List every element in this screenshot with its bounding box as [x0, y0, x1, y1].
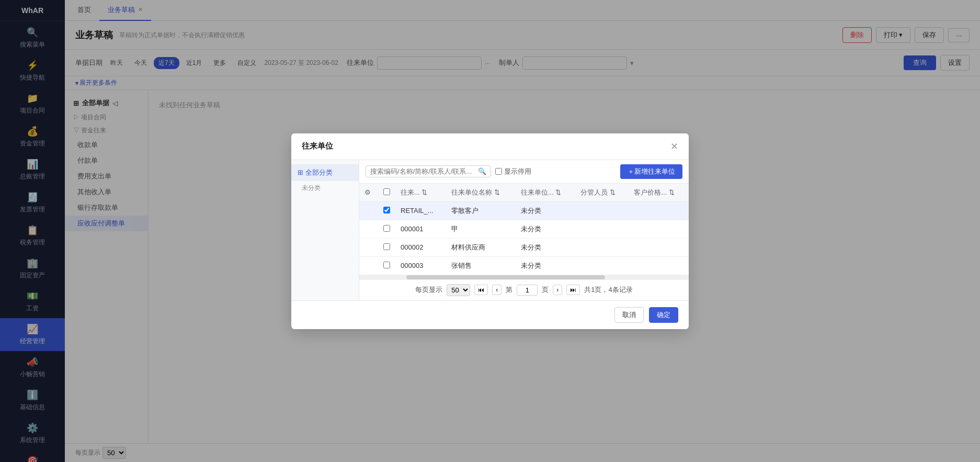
row-price-4	[629, 256, 689, 275]
row-check-4[interactable]	[378, 256, 395, 275]
row-name-2: 甲	[446, 220, 516, 238]
row-check-3[interactable]	[378, 238, 395, 256]
row-manager-2	[575, 220, 629, 238]
row-name-4: 张销售	[446, 256, 516, 275]
table-row[interactable]: 000002 材料供应商 未分类	[359, 238, 689, 256]
row-code-4: 000003	[395, 256, 446, 275]
row-checkbox-2[interactable]	[383, 225, 390, 232]
th-name-label: 往来单位名称	[451, 188, 492, 196]
grid-small-icon: ⊞	[298, 168, 303, 176]
th-code[interactable]: 往来... ⇅	[395, 184, 446, 202]
row-checkbox-3[interactable]	[383, 243, 390, 250]
dialog-footer: 取消 确定	[291, 300, 689, 329]
row-settings-3	[359, 238, 378, 256]
dialog-header: 往来单位 ✕	[291, 133, 689, 160]
prev-page-btn[interactable]: ‹	[492, 285, 502, 295]
add-partner-button[interactable]: ＋新增往来单位	[620, 164, 682, 179]
total-info: 共1页，4条记录	[584, 285, 632, 295]
scrollbar-thumb[interactable]	[406, 275, 605, 279]
sort-icon: ⇅	[421, 188, 427, 196]
first-page-btn[interactable]: ⏮	[474, 285, 488, 295]
dialog-toolbar: 🔍 显示停用 ＋新增往来单位	[359, 160, 689, 184]
row-settings-2	[359, 220, 378, 238]
dialog-overlay: 往来单位 ✕ ⊞ 全部分类 未分类	[0, 0, 980, 462]
table-row[interactable]: RETAIL_... 零散客户 未分类	[359, 201, 689, 220]
dialog-cat-unclassified[interactable]: 未分类	[291, 181, 359, 195]
per-page-select[interactable]: 50	[447, 284, 470, 296]
dialog-search-input[interactable]	[370, 167, 476, 175]
dialog-cat-unclassified-label: 未分类	[302, 184, 321, 191]
dialog-title: 往来单位	[302, 141, 333, 151]
page-suffix: 页	[542, 285, 549, 295]
sort-icon4: ⇅	[610, 188, 616, 196]
sort-icon3: ⇅	[555, 188, 561, 196]
dialog-table-wrap: ⚙ 往来... ⇅ 往来单位名称 ⇅	[359, 184, 689, 275]
th-manager-label: 分管人员	[580, 188, 608, 196]
current-page-input[interactable]	[517, 285, 538, 296]
row-code-2: 000001	[395, 220, 446, 238]
cancel-button[interactable]: 取消	[614, 307, 644, 323]
row-category-3: 未分类	[516, 238, 576, 256]
last-page-btn[interactable]: ⏭	[566, 285, 580, 295]
row-check-2[interactable]	[378, 220, 395, 238]
per-page-label: 每页显示	[415, 285, 442, 295]
th-manager[interactable]: 分管人员 ⇅	[575, 184, 629, 202]
row-settings-1	[359, 201, 378, 220]
th-settings[interactable]: ⚙	[359, 184, 378, 202]
table-row[interactable]: 000003 张销售 未分类	[359, 256, 689, 275]
th-name[interactable]: 往来单位名称 ⇅	[446, 184, 516, 202]
confirm-button[interactable]: 确定	[649, 307, 678, 323]
row-category-2: 未分类	[516, 220, 576, 238]
dialog-cat-all-label: 全部分类	[305, 168, 333, 177]
sort-icon2: ⇅	[494, 188, 500, 196]
row-category-4: 未分类	[516, 256, 576, 275]
row-settings-4	[359, 256, 378, 275]
row-manager-4	[575, 256, 629, 275]
sort-icon5: ⇅	[669, 188, 675, 196]
th-category[interactable]: 往来单位... ⇅	[516, 184, 576, 202]
th-price-label: 客户价格...	[634, 188, 667, 196]
row-price-1	[629, 201, 689, 220]
show-disabled-label[interactable]: 显示停用	[495, 167, 531, 176]
row-check-1[interactable]	[378, 201, 395, 220]
next-page-btn[interactable]: ›	[553, 285, 562, 295]
partner-dialog: 往来单位 ✕ ⊞ 全部分类 未分类	[291, 133, 689, 329]
row-manager-1	[575, 201, 629, 220]
dialog-sidebar: ⊞ 全部分类 未分类	[291, 160, 359, 300]
show-disabled-text: 显示停用	[504, 167, 531, 176]
row-price-2	[629, 220, 689, 238]
horizontal-scrollbar[interactable]	[359, 275, 689, 279]
dialog-cat-all[interactable]: ⊞ 全部分类	[291, 164, 359, 181]
table-row[interactable]: 000001 甲 未分类	[359, 220, 689, 238]
th-category-label: 往来单位...	[521, 188, 554, 196]
dialog-pagination: 每页显示 50 ⏮ ‹ 第 页 › ⏭ 共1页，4条记录	[359, 279, 689, 300]
row-name-3: 材料供应商	[446, 238, 516, 256]
dialog-table: ⚙ 往来... ⇅ 往来单位名称 ⇅	[359, 184, 689, 275]
search-icon: 🔍	[478, 167, 486, 175]
th-code-label: 往来...	[401, 188, 420, 196]
th-check[interactable]	[378, 184, 395, 202]
show-disabled-checkbox[interactable]	[495, 168, 502, 175]
row-name-1: 零散客户	[446, 201, 516, 220]
row-code-1: RETAIL_...	[395, 201, 446, 220]
row-price-3	[629, 238, 689, 256]
th-price-level[interactable]: 客户价格... ⇅	[629, 184, 689, 202]
row-checkbox-4[interactable]	[383, 262, 390, 268]
dialog-close-icon[interactable]: ✕	[670, 141, 678, 152]
row-category-1: 未分类	[516, 201, 576, 220]
dialog-table-header: ⚙ 往来... ⇅ 往来单位名称 ⇅	[359, 184, 689, 202]
page-prefix: 第	[506, 285, 512, 295]
select-all-checkbox[interactable]	[383, 188, 390, 195]
row-checkbox-1[interactable]	[383, 207, 390, 213]
row-manager-3	[575, 238, 629, 256]
dialog-main: 🔍 显示停用 ＋新增往来单位 ⚙	[359, 160, 689, 300]
row-code-3: 000002	[395, 238, 446, 256]
dialog-body: ⊞ 全部分类 未分类 🔍	[291, 160, 689, 300]
dialog-search-box[interactable]: 🔍	[366, 165, 491, 177]
